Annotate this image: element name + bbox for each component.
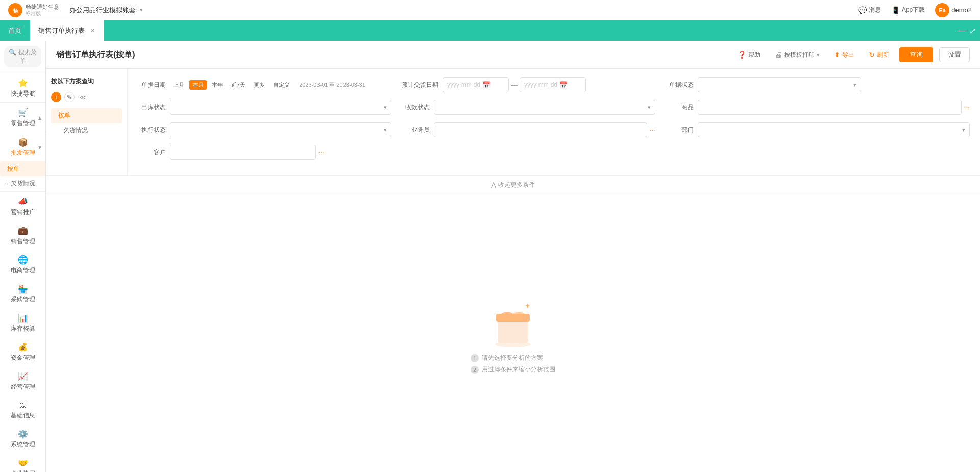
tab-minimize-icon[interactable]: — xyxy=(957,26,965,35)
sidebar-search-area[interactable]: 🔍 搜索菜单 xyxy=(0,41,45,73)
filter-field-salesperson: 业务员 ··· xyxy=(402,122,655,137)
print-chevron-icon: ▾ xyxy=(817,52,820,58)
print-button[interactable]: 🖨 按模板打印 ▾ xyxy=(771,49,824,61)
help-icon: ❓ xyxy=(738,51,746,59)
wholesale-icon: 📦 xyxy=(18,137,28,147)
edit-scheme-button[interactable]: ✎ xyxy=(64,92,75,102)
sidebar-item-system[interactable]: ⚙️ 系统管理 xyxy=(0,424,45,453)
empty-illustration: ✦ · · xyxy=(485,293,541,349)
empty-hint-1: 1 请先选择要分析的方案 xyxy=(471,353,543,362)
sidebar-item-retail[interactable]: 🛒 零售管理 ▲ xyxy=(0,103,45,132)
help-button[interactable]: ❓ 帮助 xyxy=(733,49,765,61)
department-control: ▾ xyxy=(698,122,970,137)
logo-text: 畅捷通好生意 标准版 xyxy=(26,3,59,17)
refresh-button[interactable]: ↻ 刷新 xyxy=(865,49,893,61)
filter-left-panel: 按以下方案查询 + ✎ ≪ 按单 欠货情况 xyxy=(46,69,128,175)
sidebar-item-marketing[interactable]: 📣 营销推广 xyxy=(0,192,45,221)
query-button[interactable]: 查询 xyxy=(899,47,933,62)
scheme-press-order[interactable]: 按单 xyxy=(51,108,122,123)
tab-home[interactable]: 首页 xyxy=(0,20,30,41)
search-input[interactable]: 🔍 搜索菜单 xyxy=(4,46,41,67)
payment-status-label: 收款状态 xyxy=(402,103,430,112)
app-download-button[interactable]: 📱 App下载 xyxy=(891,6,925,14)
tab-home-label: 首页 xyxy=(8,26,21,35)
date-tab-more[interactable]: 更多 xyxy=(251,80,268,90)
sub-menu-press-order[interactable]: 按单 xyxy=(0,161,45,176)
tab-sales-order[interactable]: 销售订单执行表 ✕ xyxy=(30,20,104,41)
message-button[interactable]: 💬 消息 xyxy=(858,6,881,14)
refresh-icon: ↻ xyxy=(869,51,875,59)
ecommerce-icon: 🌐 xyxy=(18,255,28,265)
export-button[interactable]: ⬆ 导出 xyxy=(830,49,859,61)
payment-status-select[interactable]: ▾ xyxy=(434,100,655,115)
user-profile[interactable]: Ea demo2 xyxy=(935,3,972,17)
delivery-date-to[interactable]: yyyy-mm-dd 📅 xyxy=(520,77,586,92)
add-scheme-button[interactable]: + xyxy=(51,92,61,102)
tab-close-icon[interactable]: ✕ xyxy=(90,27,95,34)
avatar: Ea xyxy=(935,3,949,17)
salesperson-input[interactable] xyxy=(434,122,647,137)
order-status-label: 单据状态 xyxy=(666,81,694,89)
top-header: 畅 畅捷通好生意 标准版 办公用品行业模拟账套 ▾ 💬 消息 📱 App下载 E… xyxy=(0,0,980,20)
salesperson-control: ··· xyxy=(434,122,655,137)
filter-field-customer: 客户 ··· xyxy=(138,145,324,160)
date-tab-current-month[interactable]: 本月 xyxy=(189,80,207,90)
expand-arrow-icon: ▼ xyxy=(37,144,42,150)
delivery-status-control: ▾ xyxy=(170,100,391,115)
sidebar-item-ecommerce[interactable]: 🌐 电商管理 xyxy=(0,250,45,279)
sidebar-item-operations[interactable]: 📈 经营管理 xyxy=(0,366,45,395)
delivery-status-select[interactable]: ▾ xyxy=(170,100,391,115)
date-tab-last-month[interactable]: 上月 xyxy=(170,80,187,90)
collapse-panel-button[interactable]: ≪ xyxy=(78,92,88,102)
customer-more-icon[interactable]: ··· xyxy=(318,148,324,156)
sidebar-item-finance[interactable]: 💰 资金管理 xyxy=(0,337,45,366)
goods-input[interactable] xyxy=(698,100,962,115)
sidebar: 🔍 搜索菜单 ⭐ 快捷导航 🛒 零售管理 ▲ 📦 批发管理 ▼ xyxy=(0,41,46,472)
execution-status-select[interactable]: ▾ xyxy=(170,122,391,137)
collapse-more-button[interactable]: ⋀ 收起更多条件 xyxy=(46,175,980,195)
settings-button[interactable]: 设置 xyxy=(939,47,970,62)
sales-icon: 💼 xyxy=(18,226,28,235)
sidebar-item-inventory[interactable]: 📊 库存核算 xyxy=(0,308,45,337)
filter-field-delivery: 预计交货日期 yyyy-mm-dd 📅 — yyyy-mm-dd 📅 xyxy=(402,77,655,92)
sidebar-item-label: 营销推广 xyxy=(11,208,35,217)
customer-input[interactable] xyxy=(170,145,316,160)
page-header: 销售订单执行表(按单) ❓ 帮助 🖨 按模板打印 ▾ ⬆ 导出 ↻ 刷新 xyxy=(46,41,980,69)
sidebar-item-sales[interactable]: 💼 销售管理 xyxy=(0,221,45,250)
sidebar-item-basic[interactable]: 🗂 基础信息 xyxy=(0,395,45,424)
svg-rect-4 xyxy=(496,314,530,322)
expand-arrow-icon: ▲ xyxy=(37,114,42,120)
scheme-label: 按单 xyxy=(58,111,70,120)
retail-icon: 🛒 xyxy=(18,108,28,117)
date-tab-7days[interactable]: 近7天 xyxy=(228,80,249,90)
execution-status-control: ▾ xyxy=(170,122,391,137)
system-icon: ⚙️ xyxy=(18,429,28,439)
empty-hint-2: 2 用过滤条件来缩小分析范围 xyxy=(471,365,555,374)
salesperson-more-icon[interactable]: ··· xyxy=(649,126,655,134)
download-icon: 📱 xyxy=(891,6,900,14)
customer-control: ··· xyxy=(170,145,324,160)
delivery-status-chevron-icon: ▾ xyxy=(384,104,387,111)
sub-menu-debt[interactable]: ○ 欠货情况 xyxy=(0,176,45,191)
header-dropdown-icon[interactable]: ▾ xyxy=(140,7,143,13)
date-tab-custom[interactable]: 自定义 xyxy=(270,80,293,90)
print-icon: 🖨 xyxy=(775,51,782,59)
sidebar-item-purchase[interactable]: 🏪 采购管理 xyxy=(0,279,45,308)
delivery-date-from[interactable]: yyyy-mm-dd 📅 xyxy=(443,77,509,92)
scheme-debt[interactable]: 欠货情况 xyxy=(51,123,122,138)
sidebar-item-quick-nav[interactable]: ⭐ 快捷导航 xyxy=(0,73,45,102)
department-select[interactable]: ▾ xyxy=(698,122,970,137)
goods-more-icon[interactable]: ··· xyxy=(964,103,970,111)
svg-text:·: · xyxy=(528,317,530,322)
date-tab-current-year[interactable]: 本年 xyxy=(209,80,226,90)
sidebar-item-label: 零售管理 xyxy=(11,119,35,128)
sidebar-item-enterprise[interactable]: 🤝 企业协同 xyxy=(0,453,45,472)
order-status-select[interactable]: ▾ xyxy=(698,77,861,92)
payment-status-chevron-icon: ▾ xyxy=(648,104,651,111)
filter-row-date: 单据日期 上月 本月 本年 近7天 更多 自定义 xyxy=(138,77,970,92)
tab-expand-icon[interactable]: ⤢ xyxy=(969,26,976,36)
sidebar-item-wholesale[interactable]: 📦 批发管理 ▼ xyxy=(0,132,45,161)
sub-item-icon: ○ xyxy=(4,180,8,187)
svg-rect-3 xyxy=(498,319,528,343)
filter-field-status: 单据状态 ▾ xyxy=(666,77,970,92)
